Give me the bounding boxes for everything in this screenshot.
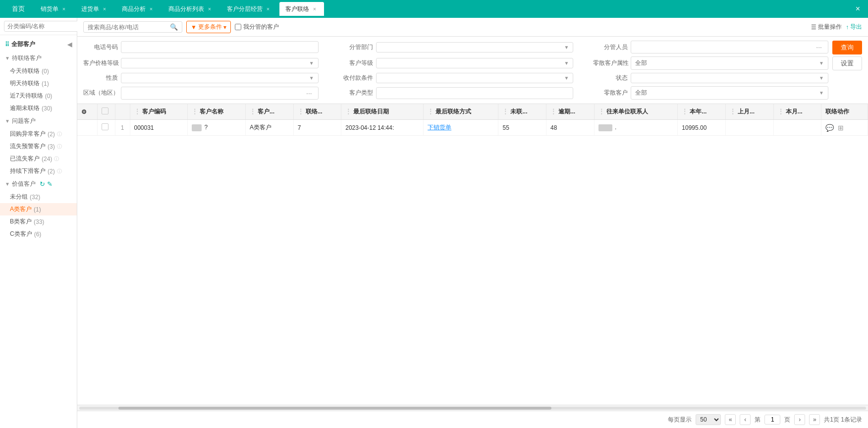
- filter-dept-select[interactable]: ▼: [376, 42, 574, 53]
- setting-button[interactable]: 设置: [832, 56, 862, 70]
- td-checkbox: [97, 120, 115, 136]
- sidebar-item-tomorrow[interactable]: 明天待联络 (1): [0, 77, 77, 90]
- sidebar-item-overdue[interactable]: 逾期未联络 (30): [0, 102, 77, 114]
- nav-tab-customer-contact-close[interactable]: ×: [311, 5, 318, 12]
- filter-status-select[interactable]: ▼: [631, 73, 828, 83]
- toolbar-right: ☰ 批量操作 ↑ 导出: [811, 23, 862, 31]
- filter-nature-select[interactable]: ▼: [121, 73, 319, 83]
- sidebar-section-problem[interactable]: ▼ 问题客户: [0, 114, 77, 128]
- last-page-btn[interactable]: »: [809, 414, 820, 425]
- grid-action-icon[interactable]: ⊞: [838, 124, 844, 132]
- nav-tab-analysis-close[interactable]: ×: [148, 5, 155, 12]
- th-overdue[interactable]: 逾期...: [546, 104, 595, 120]
- sidebar-collapse-btn[interactable]: ◀: [67, 41, 72, 48]
- my-customers-checkbox[interactable]: [235, 24, 241, 30]
- info-icon-3: ⓘ: [57, 168, 62, 175]
- search-icon[interactable]: 🔍: [170, 23, 178, 31]
- filter-retail-attr-select[interactable]: 全部 ▼: [631, 56, 828, 70]
- gear-icon[interactable]: ⚙: [81, 108, 87, 115]
- sidebar-item-ungrouped[interactable]: 未分组 (32): [0, 191, 77, 203]
- nav-tab-purchase[interactable]: 进货单 ×: [75, 2, 114, 16]
- th-this-month[interactable]: 本月...: [773, 104, 821, 120]
- filter-manager-label: 分管人员: [593, 43, 628, 52]
- nav-tab-sales-close[interactable]: ×: [60, 5, 67, 12]
- sidebar-item-type-c[interactable]: C类客户 (6): [0, 228, 77, 240]
- th-uncontacted[interactable]: 未联...: [498, 104, 546, 120]
- next-page-btn[interactable]: ›: [794, 414, 805, 425]
- filter-payment-arrow: ▼: [564, 75, 569, 81]
- my-customers-checkbox-label[interactable]: 我分管的客户: [235, 23, 279, 31]
- sidebar-section-value[interactable]: ▼ 价值客户 ↻ ✎: [0, 177, 77, 191]
- search-box: 🔍: [83, 21, 182, 33]
- table-container: ⚙ 客户编码 客户名称 客户... 联络... 最后联络日期 最后联络方式 未联…: [77, 104, 868, 405]
- nav-tab-customer-segment-close[interactable]: ×: [265, 5, 271, 12]
- sidebar-item-7days[interactable]: 近7天待联络 (0): [0, 90, 77, 102]
- nav-tab-customer-segment[interactable]: 客户分层经营 ×: [221, 2, 277, 16]
- th-last-date[interactable]: 最后联络日期: [341, 104, 424, 120]
- first-page-btn[interactable]: «: [725, 414, 736, 425]
- sidebar-item-churned[interactable]: 已流失客户 (24) ⓘ: [0, 153, 77, 165]
- sidebar-item-today[interactable]: 今天待联络 (0): [0, 65, 77, 77]
- info-icon-1: ⓘ: [57, 143, 62, 150]
- last-method-link[interactable]: 下销货单: [428, 124, 451, 131]
- sidebar-item-type-b[interactable]: B类客户 (33): [0, 215, 77, 228]
- sidebar-item-declining[interactable]: 持续下滑客户 (2) ⓘ: [0, 165, 77, 177]
- filter-price-grade-select[interactable]: ▼: [121, 58, 319, 68]
- prev-page-btn[interactable]: ‹: [740, 414, 751, 425]
- th-unit-contact[interactable]: 往来单位联系人: [594, 104, 678, 120]
- filter-phone: 电话号码: [83, 41, 319, 53]
- filter-customer-type-input[interactable]: [376, 87, 574, 99]
- chat-icon[interactable]: 💬: [825, 124, 834, 132]
- window-close-button[interactable]: ×: [852, 4, 864, 13]
- per-page-select[interactable]: 50 20 100: [696, 414, 721, 425]
- batch-op-button[interactable]: ☰ 批量操作: [811, 23, 842, 31]
- edit-icon[interactable]: ✎: [47, 180, 53, 188]
- sidebar-search-input[interactable]: [4, 21, 85, 32]
- horizontal-scrollbar[interactable]: [77, 405, 868, 411]
- th-this-year[interactable]: 本年...: [678, 104, 726, 120]
- nav-tab-customer-contact[interactable]: 客户联络 ×: [279, 2, 324, 16]
- scrollbar-thumb[interactable]: [118, 407, 551, 410]
- filter-payment-select[interactable]: ▼: [376, 73, 574, 83]
- th-last-month[interactable]: 上月...: [726, 104, 774, 120]
- nav-tab-analysis-list-close[interactable]: ×: [206, 5, 213, 12]
- row-checkbox[interactable]: [102, 123, 108, 130]
- select-all-checkbox[interactable]: [102, 107, 108, 114]
- sidebar-item-type-a[interactable]: A类客户 (1): [0, 203, 77, 215]
- filter-customer-grade-select[interactable]: ▼: [376, 58, 574, 68]
- th-contact[interactable]: 联络...: [293, 104, 341, 120]
- filter-retail-customer-select[interactable]: 全部 ▼: [631, 86, 828, 100]
- export-button[interactable]: ↑ 导出: [846, 23, 862, 31]
- scrollbar-track[interactable]: [79, 407, 866, 410]
- query-button[interactable]: 查询: [832, 41, 862, 54]
- th-grade[interactable]: 客户...: [246, 104, 294, 120]
- nav-home[interactable]: 首页: [4, 2, 33, 16]
- sidebar-section-pending[interactable]: ▼ 待联络客户: [0, 52, 77, 65]
- sidebar-item-churn-warning[interactable]: 流失预警客户 (3) ⓘ: [0, 140, 77, 153]
- th-name[interactable]: 客户名称: [188, 104, 246, 120]
- nav-tab-analysis-list[interactable]: 商品分析列表 ×: [163, 2, 219, 16]
- top-nav: 首页 销货单 × 进货单 × 商品分析 × 商品分析列表 × 客户分层经营 × …: [0, 0, 868, 18]
- sidebar-item-repurchase-abnormal[interactable]: 回购异常客户 (2) ⓘ: [0, 128, 77, 140]
- refresh-icon[interactable]: ↻: [40, 180, 45, 188]
- filter-manager-dots[interactable]: ···: [814, 43, 824, 51]
- filter-retail-attr-value: 全部: [635, 59, 647, 67]
- more-filter-button[interactable]: ▼ 更多条件 ▾: [186, 21, 231, 33]
- filter-retail-customer-value: 全部: [635, 89, 647, 97]
- nav-tab-sales[interactable]: 销货单 ×: [35, 2, 73, 16]
- filter-row-3: 性质 ▼ 收付款条件 ▼: [83, 73, 828, 83]
- th-code[interactable]: 客户编码: [130, 104, 188, 120]
- sidebar-all-customers[interactable]: ⠿ 全部客户 ◀: [0, 37, 77, 52]
- filter-manager-select[interactable]: ···: [631, 41, 828, 54]
- page-input[interactable]: [764, 415, 780, 425]
- search-input[interactable]: [88, 24, 168, 31]
- filter-region-select[interactable]: ···: [121, 87, 319, 100]
- nav-tab-purchase-close[interactable]: ×: [101, 5, 108, 12]
- td-last-month: [726, 120, 774, 136]
- filter-customer-type: 客户类型: [338, 87, 574, 99]
- nav-tab-analysis[interactable]: 商品分析 ×: [116, 2, 161, 16]
- filter-phone-input[interactable]: [121, 41, 319, 53]
- action-icons: 💬 ⊞: [825, 124, 864, 132]
- filter-region-dots[interactable]: ···: [304, 89, 314, 97]
- th-last-method[interactable]: 最后联络方式: [424, 104, 498, 120]
